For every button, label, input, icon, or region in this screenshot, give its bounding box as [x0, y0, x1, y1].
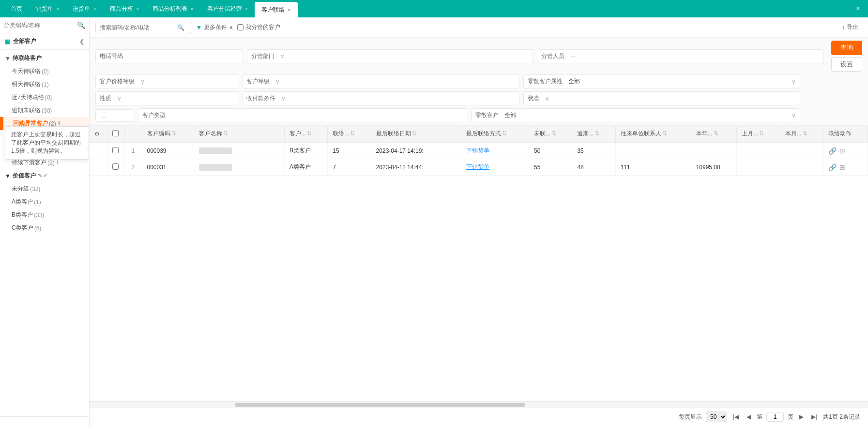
overdue-sort-icon: ⇅ — [594, 130, 599, 137]
row1-this-year — [691, 142, 737, 159]
row1-select[interactable] — [112, 147, 119, 153]
sidebar-b-customers[interactable]: B类客户 (33) — [0, 208, 89, 221]
my-customers-checkbox-input[interactable] — [237, 24, 244, 30]
sidebar-unclassified[interactable]: 未分组 (32) — [0, 182, 89, 195]
sidebar-search-icon[interactable]: 🔍 — [77, 21, 85, 29]
filter-icon: ▼ — [196, 24, 202, 31]
row1-last-month — [737, 142, 780, 159]
th-gear[interactable]: ⚙ — [90, 126, 107, 142]
nav-home[interactable]: 首页 — [4, 0, 29, 17]
th-last-contact-date: 最后联络日期⇅ — [371, 126, 461, 142]
sidebar-a-customers[interactable]: A类客户 (1) — [0, 195, 89, 208]
phone-field[interactable]: 电话号码 — [95, 49, 243, 63]
close-sales-icon[interactable]: × — [56, 6, 59, 12]
page-input[interactable] — [766, 412, 784, 422]
row2-grid-icon[interactable]: ⊞ — [839, 163, 845, 171]
payment-terms-field[interactable]: 收付款条件 ∨ — [242, 91, 519, 105]
page-next-button[interactable]: ▶ — [797, 412, 806, 421]
page-prev-button[interactable]: ◀ — [745, 412, 753, 421]
page-first-button[interactable]: |◀ — [731, 412, 741, 421]
last-method-sort-icon: ⇅ — [502, 130, 507, 137]
name-sort-icon: ⇅ — [223, 130, 228, 137]
row1-link-icon[interactable]: 🔗 — [828, 147, 837, 155]
branch-dept-arrow-icon: ∨ — [280, 53, 285, 59]
value-check-icon[interactable]: ✔ — [43, 173, 47, 179]
search-input-wrap: 🔍 — [95, 22, 192, 33]
sidebar-value-section[interactable]: ▼ 价值客户 ✎ ✔ — [0, 169, 89, 182]
sidebar: 🔍 ▦ 全部客户 ❮ ▼ 待联络客户 今天待联络 (0) 明天待联络 (1) 近… — [0, 17, 90, 426]
row1-this-month — [780, 142, 823, 159]
this-month-sort-icon: ⇅ — [803, 130, 807, 137]
nav-product-list[interactable]: 商品分析列表 × — [146, 0, 200, 17]
row2-code: 000031 — [142, 159, 194, 176]
declining-info-icon[interactable]: ℹ — [57, 160, 59, 166]
tooltip-box: 距客户上次交易时长，超过了此客户的平均交易周期的1.5倍，则视为异常。 — [5, 126, 89, 160]
sidebar-bottom — [0, 416, 89, 426]
this-year-sort-icon: ⇅ — [714, 130, 718, 137]
table-scroll-bar[interactable] — [90, 401, 868, 407]
row1-last-contact-method[interactable]: 下销货单 — [461, 142, 529, 159]
row2-action-icons: 🔗 ⊞ — [828, 163, 863, 171]
customer-search-input[interactable] — [100, 24, 177, 31]
nav-customer-contact[interactable]: 客户联络 × — [255, 2, 297, 17]
row1-action: 🔗 ⊞ — [823, 142, 868, 159]
customer-price-level-field[interactable]: 客户价格等级 ∨ — [95, 74, 238, 88]
status-field[interactable]: 状态 ∨ — [523, 91, 800, 105]
close-purchase-icon[interactable]: × — [93, 6, 96, 12]
branch-person-field[interactable]: 分管人员 ··· — [537, 49, 823, 63]
row2-link-icon[interactable]: 🔗 — [828, 163, 837, 171]
retail-attr-field[interactable]: 零散客户属性 全部 ∨ — [523, 74, 800, 88]
pagination: 每页显示 50 |◀ ◀ 第 页 ▶ ▶| 共1页 2条记录 — [90, 407, 868, 426]
select-all-checkbox[interactable] — [112, 130, 119, 136]
close-product-list-icon[interactable]: × — [190, 6, 193, 12]
sidebar-search-input[interactable] — [4, 22, 77, 29]
customer-type-field[interactable]: 客户类型 — [138, 108, 467, 122]
row1-unit-contact — [615, 142, 691, 159]
query-button[interactable]: 查询 — [831, 41, 862, 55]
sidebar-collapse-icon[interactable]: ❮ — [79, 38, 84, 45]
th-uncontacted: 未联...⇅ — [529, 126, 572, 142]
row1-grid-icon[interactable]: ⊞ — [839, 147, 845, 155]
window-close-button[interactable]: × — [852, 4, 864, 13]
th-level: 客户...⇅ — [285, 126, 328, 142]
sidebar-all-customers[interactable]: ▦ 全部客户 ❮ — [0, 33, 89, 50]
main-layout: 🔍 ▦ 全部客户 ❮ ▼ 待联络客户 今天待联络 (0) 明天待联络 (1) 近… — [0, 17, 868, 426]
nav-customer-ops[interactable]: 客户分层经营 × — [200, 0, 255, 17]
page-last-button[interactable]: ▶| — [809, 412, 819, 421]
branch-person-dots-icon[interactable]: ··· — [568, 53, 577, 59]
row2-last-contact-date: 2023-04-12 14:44: — [371, 159, 461, 176]
row2-select[interactable] — [112, 163, 119, 170]
per-page-select[interactable]: 50 — [706, 411, 727, 422]
retail-customer-field[interactable]: 零散客户 全部 ∨ — [471, 108, 800, 122]
more-conditions-button[interactable]: ▼ 更多条件 ∧ — [196, 23, 233, 31]
nav-purchase[interactable]: 进货单 × — [66, 0, 103, 17]
dots-field[interactable]: ... — [95, 109, 134, 122]
export-button[interactable]: ↑ 导出 — [838, 21, 862, 33]
sidebar-pending-section[interactable]: ▼ 待联络客户 — [0, 52, 89, 65]
sidebar-today-pending[interactable]: 今天待联络 (0) — [0, 65, 89, 78]
sidebar-tomorrow-pending[interactable]: 明天待联络 (1) — [0, 78, 89, 91]
row1-contact: 15 — [328, 142, 371, 159]
close-customer-ops-icon[interactable]: × — [245, 6, 248, 12]
retail-attr-arrow-icon: ∨ — [792, 78, 796, 85]
gender-field[interactable]: 性质 ∨ — [95, 91, 238, 105]
th-last-month: 上月...⇅ — [737, 126, 780, 142]
value-edit-icon[interactable]: ✎ — [38, 173, 42, 179]
sidebar-7day-pending[interactable]: 近7天待联络 (0) — [0, 91, 89, 104]
nav-sales[interactable]: 销货单 × — [29, 0, 66, 17]
close-customer-contact-icon[interactable]: × — [288, 7, 290, 13]
close-product-analysis-icon[interactable]: × — [136, 6, 139, 12]
sidebar-overdue-pending[interactable]: 逾期未联络 (30) — [0, 104, 89, 117]
customer-level-field[interactable]: 客户等级 ∨ — [242, 74, 519, 88]
settings-button[interactable]: 设置 — [831, 57, 862, 72]
row2-last-contact-method[interactable]: 下销货单 — [461, 159, 529, 176]
scroll-thumb[interactable] — [235, 403, 525, 407]
row1-checkbox — [107, 142, 124, 159]
customer-search-icon[interactable]: 🔍 — [177, 24, 184, 31]
export-icon: ↑ — [842, 24, 845, 31]
sidebar-c-customers[interactable]: C类客户 (6) — [0, 221, 89, 235]
nav-product-analysis[interactable]: 商品分析 × — [103, 0, 146, 17]
branch-dept-field[interactable]: 分管部门 ∨ — [247, 49, 533, 63]
customer-level-arrow-icon: ∨ — [275, 78, 280, 85]
customer-table: ⚙ 客户编码⇅ 客户名称⇅ 客户...⇅ 联络...⇅ 最后联络日期⇅ 最后联络… — [90, 126, 868, 176]
